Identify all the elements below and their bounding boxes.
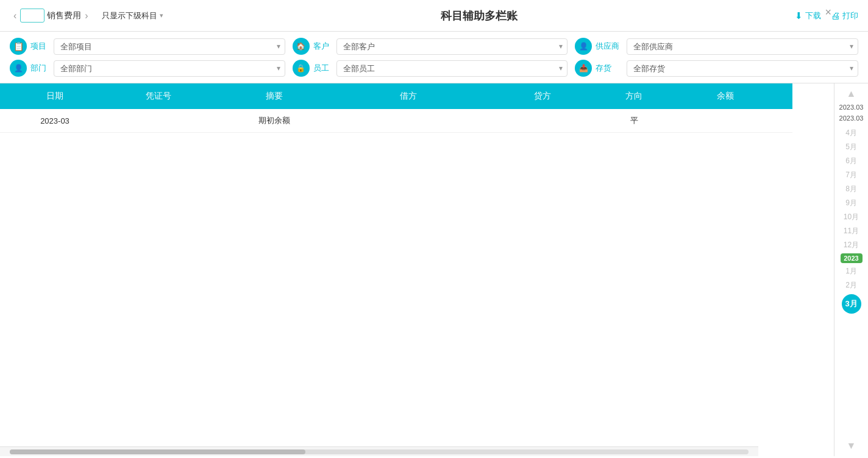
customer-select-wrapper: 全部客户	[336, 38, 568, 55]
inventory-icon: 📥	[575, 60, 592, 77]
print-label: 打印	[842, 10, 858, 21]
filter-bar: 📋 项目 全部项目 🏠 客户 全部客户 👤 供应商 全部供应商 👤 部门 全部部…	[0, 32, 868, 83]
timeline-item-2023-03-b[interactable]: 2023.03	[834, 113, 868, 124]
timeline-month-2024-1月[interactable]: 1月	[834, 264, 868, 278]
employee-select[interactable]: 全部员工	[336, 60, 568, 77]
content-area: 日期 凭证号 摘要 借方 贷方 方向 余额 2023-03 期初余额 平	[0, 83, 792, 456]
employee-filter-label: 🔒 员工	[293, 60, 329, 77]
timeline-month-6月[interactable]: 6月	[834, 154, 868, 168]
next-account-button[interactable]: ›	[81, 9, 91, 23]
prev-account-button[interactable]: ‹	[10, 9, 20, 23]
scrollbar-track	[10, 449, 749, 454]
col-voucher: 凭证号	[110, 83, 207, 109]
timeline-month-12月[interactable]: 12月	[834, 238, 868, 252]
col-balance: 余额	[658, 83, 792, 109]
horizontal-scrollbar[interactable]	[0, 446, 758, 456]
cell-credit	[475, 109, 610, 133]
supplier-filter-label: 👤 供应商	[575, 38, 619, 55]
cell-voucher	[110, 109, 207, 133]
col-debit: 借方	[341, 83, 475, 109]
department-select[interactable]: 全部部门	[54, 60, 285, 77]
inventory-select[interactable]: 全部存货	[627, 60, 858, 77]
account-code-input[interactable]: 6601	[20, 9, 44, 23]
cell-balance	[658, 109, 792, 133]
timeline-month-4月[interactable]: 4月	[834, 126, 868, 140]
supplier-select[interactable]: 全部供应商	[627, 38, 858, 55]
show-sub-button[interactable]: 只显示下级科目 ▾	[102, 10, 163, 21]
cell-date: 2023-03	[0, 109, 110, 133]
project-select[interactable]: 全部项目	[54, 38, 285, 55]
timeline-sidebar: ▲ 2023.03 2023.03 4月5月6月7月8月9月10月11月12月2…	[834, 83, 868, 456]
cell-direction: 平	[610, 109, 658, 133]
timeline-month-5月[interactable]: 5月	[834, 140, 868, 154]
col-date: 日期	[0, 83, 110, 109]
inventory-select-wrapper: 全部存货	[627, 60, 858, 77]
timeline-year-badge[interactable]: 2023	[841, 253, 863, 263]
supplier-icon: 👤	[575, 38, 592, 55]
months-list: 4月5月6月7月8月9月10月11月12月20231月2月3月	[834, 126, 868, 315]
table-container[interactable]: 日期 凭证号 摘要 借方 贷方 方向 余额 2023-03 期初余额 平	[0, 83, 792, 446]
scrollbar-thumb[interactable]	[10, 449, 305, 454]
timeline-month-8月[interactable]: 8月	[834, 182, 868, 196]
department-icon: 👤	[10, 60, 27, 77]
project-select-wrapper: 全部项目	[54, 38, 285, 55]
account-name-label: 销售费用	[47, 10, 81, 21]
timeline-month-2024-2月[interactable]: 2月	[834, 278, 868, 292]
table-body: 2023-03 期初余额 平	[0, 109, 792, 133]
table-header-row: 日期 凭证号 摘要 借方 贷方 方向 余额	[0, 83, 792, 109]
timeline-up-button[interactable]: ▲	[844, 86, 859, 102]
download-label: 下载	[805, 10, 821, 21]
page-title: 科目辅助多栏账	[163, 9, 795, 23]
top-bar: ‹ 6601 销售费用 › 只显示下级科目 ▾ 科目辅助多栏账 ⬇ 下载 🖨 打…	[0, 0, 868, 32]
customer-icon: 🏠	[293, 38, 310, 55]
timeline-item-2023-03-a[interactable]: 2023.03	[834, 102, 868, 113]
print-icon: 🖨	[831, 10, 840, 21]
col-credit: 贷方	[475, 83, 610, 109]
supplier-select-wrapper: 全部供应商	[627, 38, 858, 55]
customer-select[interactable]: 全部客户	[336, 38, 568, 55]
print-button[interactable]: 🖨 打印	[831, 10, 858, 21]
employee-select-wrapper: 全部员工	[336, 60, 568, 77]
col-summary: 摘要	[207, 83, 341, 109]
table-row: 2023-03 期初余额 平	[0, 109, 792, 133]
timeline-down-button[interactable]: ▼	[844, 438, 859, 454]
timeline-month-11月[interactable]: 11月	[834, 224, 868, 238]
timeline-month-9月[interactable]: 9月	[834, 196, 868, 210]
cell-debit	[341, 109, 475, 133]
timeline-active-month[interactable]: 3月	[842, 294, 861, 314]
department-filter-label: 👤 部门	[10, 60, 46, 77]
main-area: 日期 凭证号 摘要 借方 贷方 方向 余额 2023-03 期初余额 平	[0, 83, 868, 456]
close-button[interactable]: ×	[825, 6, 831, 19]
show-sub-label: 只显示下级科目	[102, 10, 157, 21]
account-code-display: 6601 销售费用	[20, 9, 81, 23]
project-filter-label: 📋 项目	[10, 38, 46, 55]
download-icon: ⬇	[795, 10, 803, 21]
cell-summary: 期初余额	[207, 109, 341, 133]
customer-filter-label: 🏠 客户	[293, 38, 329, 55]
employee-icon: 🔒	[293, 60, 310, 77]
data-table: 日期 凭证号 摘要 借方 贷方 方向 余额 2023-03 期初余额 平	[0, 83, 792, 133]
download-button[interactable]: ⬇ 下载	[795, 10, 821, 21]
inventory-filter-label: 📥 存货	[575, 60, 619, 77]
timeline-month-7月[interactable]: 7月	[834, 168, 868, 182]
department-select-wrapper: 全部部门	[54, 60, 285, 77]
col-direction: 方向	[610, 83, 658, 109]
timeline-month-10月[interactable]: 10月	[834, 210, 868, 224]
project-icon: 📋	[10, 38, 27, 55]
